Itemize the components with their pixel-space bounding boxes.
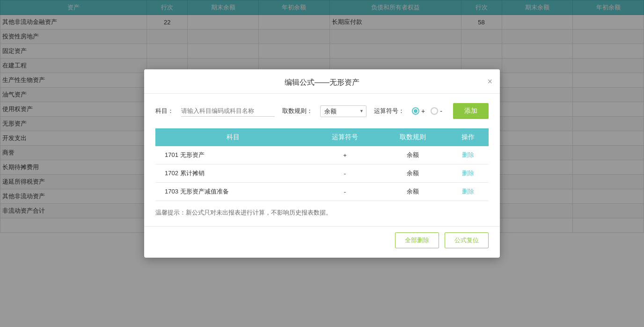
cell-rule: 余额: [379, 146, 447, 164]
modal-body: 科目： 取数规则： 余额 借方 贷方 借方发生额 贷方发生额 运算符号：: [144, 94, 500, 226]
radio-plus-circle: [412, 107, 419, 115]
close-button[interactable]: ×: [487, 77, 492, 86]
cell-subject: 1702 累计摊销: [155, 164, 311, 183]
rule-select-wrapper[interactable]: 余额 借方 贷方 借方发生额 贷方发生额: [320, 105, 366, 117]
col-rule: 取数规则: [379, 128, 447, 146]
modal-dialog: 编辑公式——无形资产 × 科目： 取数规则： 余额 借方 贷方 借方发生额 贷方…: [144, 69, 500, 258]
cell-action: 删除: [447, 164, 489, 183]
form-row: 科目： 取数规则： 余额 借方 贷方 借方发生额 贷方发生额 运算符号：: [155, 103, 489, 119]
delete-link[interactable]: 删除: [462, 170, 474, 177]
cell-operator: +: [311, 146, 379, 164]
cell-subject: 1701 无形资产: [155, 146, 311, 164]
table-row: 1702 累计摊销-余额删除: [155, 164, 489, 183]
col-operator: 运算符号: [311, 128, 379, 146]
cell-operator: -: [311, 164, 379, 183]
modal-overlay: 编辑公式——无形资产 × 科目： 取数规则： 余额 借方 贷方 借方发生额 贷方…: [0, 0, 644, 327]
col-subject: 科目: [155, 128, 311, 146]
warning-text: 温馨提示：新公式只对未出报表进行计算，不影响历史报表数据。: [155, 208, 489, 217]
add-button[interactable]: 添加: [453, 103, 489, 119]
delete-all-button[interactable]: 全部删除: [395, 232, 439, 248]
modal-header: 编辑公式——无形资产 ×: [144, 69, 500, 94]
subject-input[interactable]: [181, 105, 275, 117]
subject-label: 科目：: [155, 107, 174, 115]
cell-subject: 1703 无形资产减值准备: [155, 183, 311, 201]
table-row: 1703 无形资产减值准备-余额删除: [155, 183, 489, 201]
operator-plus-radio[interactable]: +: [412, 107, 425, 115]
formula-table: 科目 运算符号 取数规则 操作 1701 无形资产+余额删除1702 累计摊销-…: [155, 128, 489, 201]
cell-action: 删除: [447, 146, 489, 164]
rule-label: 取数规则：: [282, 107, 313, 115]
table-header-row: 科目 运算符号 取数规则 操作: [155, 128, 489, 146]
modal-title: 编辑公式——无形资产: [285, 78, 359, 86]
operator-minus-radio[interactable]: -: [431, 107, 442, 115]
operator-minus-label: -: [440, 107, 442, 115]
cell-action: 删除: [447, 183, 489, 201]
delete-link[interactable]: 删除: [462, 151, 474, 158]
cell-rule: 余额: [379, 183, 447, 201]
rule-select[interactable]: 余额 借方 贷方 借方发生额 贷方发生额: [320, 105, 366, 117]
table-row: 1701 无形资产+余额删除: [155, 146, 489, 164]
reset-button[interactable]: 公式复位: [445, 232, 489, 248]
delete-link[interactable]: 删除: [462, 188, 474, 195]
cell-operator: -: [311, 183, 379, 201]
cell-rule: 余额: [379, 164, 447, 183]
radio-minus-circle: [431, 107, 438, 115]
col-action: 操作: [447, 128, 489, 146]
operator-label: 运算符号：: [374, 107, 404, 115]
operator-plus-label: +: [421, 107, 425, 115]
operator-radio-group: + -: [412, 107, 442, 115]
modal-footer: 全部删除 公式复位: [144, 226, 500, 258]
